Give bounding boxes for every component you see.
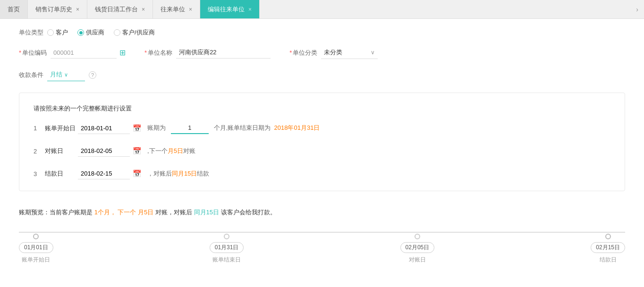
timeline-badge-1: 01月01日: [19, 242, 53, 253]
period-end-2: 对账: [183, 147, 195, 154]
unit-type-label: 单位类型: [19, 28, 43, 37]
tab-more-button[interactable]: ›: [630, 0, 644, 18]
tab-home-label: 首页: [8, 5, 20, 14]
tab-contacts[interactable]: 往来单位 ×: [153, 0, 200, 18]
radio-both-label: 客户/供应商: [122, 28, 155, 37]
tab-edit-contact-label: 编辑往来单位: [208, 5, 245, 14]
timeline-dot-2: [224, 234, 229, 239]
period-highlight-3: 同月15日: [172, 170, 197, 177]
period-card: 请按照未来的一个完整帐期进行设置 1 账单开始日 📅 账期为 个月,账单结束日期…: [19, 93, 625, 191]
copy-icon[interactable]: ⊞: [119, 48, 126, 57]
name-label: 单位名称: [144, 49, 172, 57]
preview-part4: 该客户会给我打款。: [221, 209, 276, 216]
main-content: 单位类型 客户 供应商 客户/供应商 单位编码 ⊞ 单位名称: [0, 19, 644, 287]
code-field-group: 单位编码 ⊞: [19, 47, 126, 59]
cal-icon-1[interactable]: 📅: [133, 124, 142, 133]
preview-part2-pre: 下一个: [118, 209, 136, 216]
payment-label: 收款条件: [19, 71, 43, 79]
period-num-2: 2: [34, 148, 45, 155]
timeline-item-4: 02月15日 结款日: [591, 234, 625, 264]
preview-part3-pre: 对账，对账后: [155, 209, 192, 216]
category-select[interactable]: 未分类 ∨: [321, 46, 378, 59]
period-row-label-1: 账单开始日: [45, 124, 78, 133]
radio-group: 客户 供应商 客户/供应商: [47, 28, 155, 37]
radio-both-circle: [114, 29, 120, 36]
payment-select-value: 月结: [50, 70, 62, 79]
timeline-dot-4: [605, 234, 611, 239]
timeline-dot-1: [33, 234, 39, 239]
radio-supplier[interactable]: 供应商: [77, 28, 104, 37]
period-num-3: 3: [34, 170, 45, 177]
date-input-wrapper-1: 📅: [78, 123, 142, 134]
preview-text: 账期预览：当前客户账期是 1个月， 下一个 月5日 对账，对账后 同月15日 该…: [19, 208, 625, 217]
radio-customer[interactable]: 客户: [47, 28, 68, 37]
date-input-2[interactable]: [78, 145, 130, 157]
preview-part1: 1个月，: [94, 209, 116, 216]
period-highlight-2: 月5日: [168, 147, 183, 154]
payment-row: 收款条件 月结 ∨ ?: [19, 68, 625, 81]
date-input-wrapper-2: 📅: [78, 145, 142, 157]
tab-contacts-close[interactable]: ×: [189, 6, 192, 13]
tab-contacts-label: 往来单位: [161, 5, 185, 14]
timeline-spacer-2: [244, 236, 400, 237]
timeline-sublabel-2: 账单结束日: [212, 256, 241, 264]
category-field-group: 单位分类 未分类 ∨: [289, 46, 378, 59]
name-field-group: 单位名称: [144, 47, 271, 59]
period-row-1: 1 账单开始日 📅 账期为 个月,账单结束日期为 2018年01月31日: [34, 122, 610, 134]
tab-cash-work-close[interactable]: ×: [142, 6, 145, 13]
timeline-sublabel-1: 账单开始日: [22, 256, 50, 264]
period-end-3: 结款: [197, 170, 209, 177]
timeline-spacer-3: [434, 236, 591, 237]
tab-sales-history-close[interactable]: ×: [76, 6, 79, 13]
period-title: 请按照未来的一个完整帐期进行设置: [34, 104, 610, 113]
category-select-arrow: ∨: [371, 49, 375, 56]
period-suffix-pre-1: 账期为: [147, 124, 166, 131]
period-suffix-2: ,下一个月5日对账: [147, 147, 195, 155]
period-row-3: 3 结款日 📅 ，对账后同月15日结款: [34, 168, 610, 179]
period-row-label-3: 结款日: [45, 169, 78, 178]
timeline-spacer-1: [53, 236, 210, 237]
unit-type-row: 单位类型 客户 供应商 客户/供应商: [19, 28, 625, 37]
tab-edit-contact-close[interactable]: ×: [248, 6, 252, 13]
code-label: 单位编码: [19, 49, 47, 57]
period-date-highlight-1: 2018年01月31日: [274, 124, 320, 131]
timeline-badge-4: 02月15日: [591, 242, 625, 253]
tab-home[interactable]: 首页: [0, 0, 28, 18]
timeline-item-3: 02月05日 对账日: [400, 234, 435, 264]
cal-icon-3[interactable]: 📅: [133, 169, 142, 178]
date-input-1[interactable]: [78, 123, 130, 134]
name-input[interactable]: [176, 47, 271, 59]
tab-cash-work[interactable]: 钱货日清工作台 ×: [87, 0, 153, 18]
tab-sales-history[interactable]: 销售订单历史 ×: [28, 0, 87, 18]
period-row-label-2: 对账日: [45, 147, 78, 155]
preview-label: 账期预览：当前客户账期是: [19, 209, 93, 216]
cal-icon-2[interactable]: 📅: [133, 147, 142, 155]
payment-select[interactable]: 月结 ∨: [47, 68, 85, 81]
timeline-item-2: 01月31日 账单结束日: [210, 234, 244, 264]
timeline-badge-3: 02月05日: [400, 242, 435, 253]
tab-cash-work-label: 钱货日清工作台: [95, 5, 138, 14]
timeline-item-1: 01月01日 账单开始日: [19, 234, 53, 264]
date-input-wrapper-3: 📅: [78, 168, 142, 179]
period-suffix-1: 账期为 个月,账单结束日期为 2018年01月31日: [147, 122, 320, 134]
radio-both[interactable]: 客户/供应商: [114, 28, 155, 37]
timeline-wrapper: 01月01日 账单开始日 01月31日 账单结束日 02月05日 对账日: [19, 226, 625, 264]
timeline-badge-2: 01月31日: [210, 242, 244, 253]
code-name-category-row: 单位编码 ⊞ 单位名称 单位分类 未分类 ∨: [19, 46, 625, 59]
tab-edit-contact[interactable]: 编辑往来单位 ×: [200, 0, 260, 18]
preview-section: 账期预览：当前客户账期是 1个月， 下一个 月5日 对账，对账后 同月15日 该…: [19, 201, 625, 264]
date-input-3[interactable]: [78, 168, 130, 179]
radio-customer-label: 客户: [56, 28, 68, 37]
period-row-2: 2 对账日 📅 ,下一个月5日对账: [34, 145, 610, 157]
timeline-dot-3: [415, 234, 420, 239]
code-input[interactable]: [51, 47, 117, 59]
preview-part2-highlight: 月5日: [138, 209, 153, 216]
radio-customer-circle: [47, 29, 54, 36]
month-input-1[interactable]: [171, 122, 209, 134]
payment-select-arrow: ∨: [64, 72, 68, 78]
help-icon[interactable]: ?: [89, 71, 96, 79]
radio-supplier-label: 供应商: [86, 28, 104, 37]
category-label: 单位分类: [289, 49, 317, 57]
period-suffix-mid-1: 个月,账单结束日期为: [214, 124, 271, 131]
period-suffix-pre-3: ，对账后: [147, 170, 172, 177]
